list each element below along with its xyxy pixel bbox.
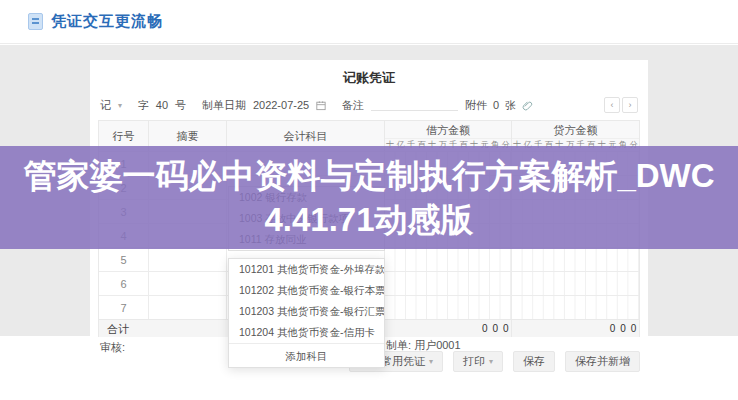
account-dropdown: 101201 其他货币资金-外埠存款 101202 其他货币资金-银行本票 10… [228,258,385,368]
credit-cell[interactable] [512,248,639,271]
save-and-new-label: 保存并新增 [575,355,630,368]
save-label: 保存 [523,355,545,368]
voucher-word-select[interactable]: 记 [100,98,111,113]
watermark-line2: 4.41.71动感版 [264,198,473,242]
account-option[interactable]: 101201 其他货币资金-外埠存款 [229,259,384,280]
remark-input[interactable] [371,99,458,111]
page: 凭证交互更流畅 记账凭证 记 ▾ 字 40 号 制单日期 2022-07-25 … [0,0,738,400]
total-digit [523,320,534,337]
attachment-group: 附件 0 张 [465,98,533,113]
print-label: 打印 [463,355,485,368]
total-digit: 0 [628,320,639,337]
account-option[interactable]: 101202 其他货币资金-银行本票 [229,280,384,301]
debit-cell[interactable] [385,272,512,295]
attachment-label: 附件 [465,98,487,113]
total-digit [385,320,396,337]
total-digit [438,320,449,337]
voucher-doc-icon [28,13,43,30]
save-button[interactable]: 保存 [513,351,555,372]
total-digit [459,320,470,337]
account-option[interactable]: 101204 其他货币资金-信用卡 [229,322,384,343]
chevron-down-icon: ▾ [489,355,493,368]
total-digit [396,320,407,337]
voucher-number-input[interactable]: 40 [156,99,168,111]
row-no-cell: 7 [99,296,149,319]
debit-cell[interactable] [385,248,512,271]
total-digit [427,320,438,337]
date-input[interactable]: 2022-07-25 [253,99,309,111]
total-digit [597,320,608,337]
debit-label: 借方金额 [385,121,511,138]
save-and-new-button[interactable]: 保存并新增 [565,351,640,372]
total-digit [586,320,597,337]
total-digit [575,320,586,337]
total-digit [469,320,480,337]
next-voucher-button[interactable]: › [622,97,638,113]
summary-cell[interactable] [149,272,227,295]
total-digit [406,320,417,337]
voucher-pager: ‹ › [604,97,638,113]
row-no-cell: 5 [99,248,149,271]
total-debit: 0 0 0 [385,320,512,337]
prev-voucher-button[interactable]: ‹ [604,97,620,113]
debit-cell[interactable] [385,296,512,319]
total-digit [448,320,459,337]
total-credit: 0 0 0 [512,320,639,337]
chevron-down-icon: ▾ [429,355,433,368]
total-digit [417,320,428,337]
app-title: 凭证交互更流畅 [51,12,163,31]
add-account-button[interactable]: 添加科目 [229,343,384,367]
total-digit [512,320,523,337]
total-digit: 0 [480,320,491,337]
watermark-line1: 管家婆一码必中资料与定制执行方案解析_DWC [23,154,714,198]
attachment-unit-label: 张 [505,98,516,113]
account-option[interactable]: 101203 其他货币资金-银行汇票 [229,301,384,322]
total-digit [533,320,544,337]
total-digit: 0 [607,320,618,337]
watermark-banner: 管家婆一码必中资料与定制执行方案解析_DWC 4.41.71动感版 [0,146,738,249]
calendar-icon[interactable] [316,100,326,111]
top-bar: 凭证交互更流畅 [0,0,738,44]
prepared-label: 制单: [386,339,411,351]
chevron-down-icon[interactable]: ▾ [118,101,122,110]
total-digit: 0 [501,320,512,337]
paperclip-icon[interactable] [522,100,533,111]
row-no-cell: 6 [99,272,149,295]
credit-cell[interactable] [512,272,639,295]
voucher-title: 记账凭证 [90,60,648,92]
voucher-toolbar: 记 ▾ 字 40 号 制单日期 2022-07-25 备注 附件 0 张 [90,92,648,118]
number-suffix-label: 号 [175,98,186,113]
word-suffix-label: 字 [138,98,149,113]
date-label: 制单日期 [202,98,246,113]
action-bar: 引入常用凭证 ▾ 打印 ▾ 保存 保存并新增 [349,351,640,372]
summary-cell[interactable] [149,296,227,319]
prepared-value: 用户0001 [414,339,460,351]
credit-cell[interactable] [512,296,639,319]
total-digit: 0 [618,320,629,337]
remark-label: 备注 [342,98,364,113]
total-digit: 0 [490,320,501,337]
print-button[interactable]: 打印 ▾ [453,351,503,372]
total-digit [554,320,565,337]
total-digit [544,320,555,337]
summary-cell[interactable] [149,248,227,271]
audit-label: 审核: [100,340,125,355]
attachment-count: 0 [493,99,499,111]
total-digit [565,320,576,337]
credit-label: 贷方金额 [512,121,639,138]
